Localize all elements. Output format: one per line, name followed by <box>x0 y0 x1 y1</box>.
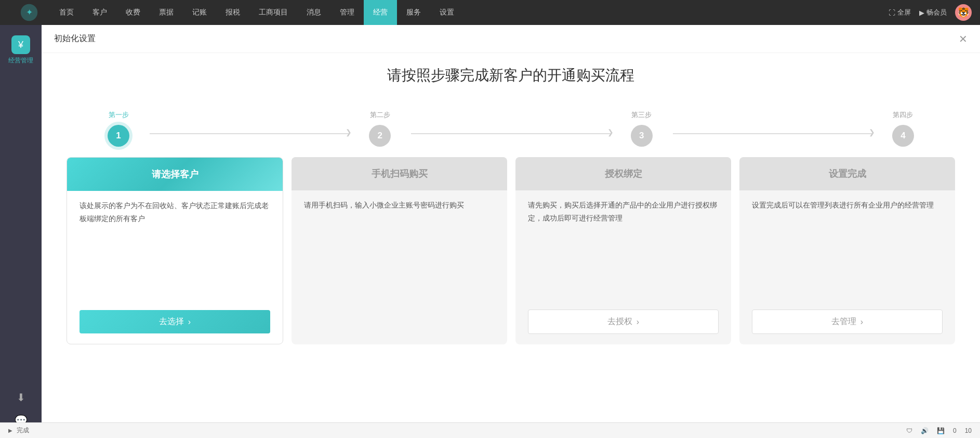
step-circle-3: 3 <box>631 125 653 147</box>
main-title: 请按照步骤完成新客户的开通购买流程 <box>67 66 955 85</box>
nav-item-service[interactable]: 服务 <box>397 0 430 25</box>
card-footer-3: 去授权 › <box>515 310 731 334</box>
step-card-1: 请选择客户 该处展示的客户为不在回收站、客户状态正常建账后完成老板端绑定的所有客… <box>67 157 283 344</box>
security-icon: 🛡 <box>906 427 912 434</box>
app-logo: ✦ <box>8 3 50 22</box>
user-avatar[interactable]: 🐯 <box>955 4 972 21</box>
card-header-4: 设置完成 <box>739 157 955 190</box>
top-navigation: ✦ 首页 客户 收费 票据 记账 报税 工商项目 消息 管理 经营 服务 设置 … <box>0 0 980 25</box>
step-label-2: 第二步 <box>370 110 390 120</box>
nav-item-operation[interactable]: 经营 <box>364 0 397 25</box>
arrow-icon-1: › <box>188 317 191 327</box>
page-content: 请按照步骤完成新客户的开通购买流程 第一步 1 第二步 2 <box>42 53 980 357</box>
status-bar-left: ▶ 完成 <box>8 426 29 435</box>
member-button[interactable]: ▶ 畅会员 <box>919 8 947 17</box>
nav-items: 首页 客户 收费 票据 记账 报税 工商项目 消息 管理 经营 服务 设置 <box>50 0 889 25</box>
sidebar-item-operation[interactable]: ¥ 经营管理 <box>0 29 42 71</box>
nav-item-home[interactable]: 首页 <box>50 0 83 25</box>
content-header: 初始化设置 ✕ <box>42 25 980 53</box>
sidebar: ¥ 经营管理 ⬇ 💬 <box>0 25 42 438</box>
fullscreen-button[interactable]: ⛶ 全屏 <box>889 8 911 17</box>
card-header-1: 请选择客户 <box>67 158 283 191</box>
content-area: 初始化设置 ✕ 请按照步骤完成新客户的开通购买流程 第一步 1 第二步 <box>42 25 980 438</box>
step-indicator-2: 第二步 2 <box>349 110 411 147</box>
operation-icon: ¥ <box>11 35 30 54</box>
card-body-4: 设置完成后可以在管理列表进行所有企业用户的经营管理 <box>739 199 955 310</box>
status-play-icon: ▶ <box>8 428 12 433</box>
step-circle-1: 1 <box>108 125 129 147</box>
step-indicator-4: 第四步 4 <box>872 110 934 147</box>
card-body-2: 请用手机扫码，输入小微企业主账号密码进行购买 <box>292 199 507 334</box>
status-text: 完成 <box>17 426 29 435</box>
step-circle-4: 4 <box>892 125 914 147</box>
nav-item-bill[interactable]: 票据 <box>150 0 183 25</box>
step-connector-3 <box>673 133 872 134</box>
nav-item-fee[interactable]: 收费 <box>116 0 150 25</box>
nav-item-tax[interactable]: 报税 <box>216 0 249 25</box>
download-icon[interactable]: ⬇ <box>11 388 30 407</box>
main-layout: ¥ 经营管理 ⬇ 💬 初始化设置 ✕ 请按照步骤完成新客户的开通购买流程 第一步… <box>0 25 980 438</box>
step-cards: 请选择客户 该处展示的客户为不在回收站、客户状态正常建账后完成老板端绑定的所有客… <box>67 157 955 344</box>
nav-right-actions: ⛶ 全屏 ▶ 畅会员 🐯 <box>889 4 972 21</box>
page-title: 初始化设置 <box>54 33 96 44</box>
play-icon: ▶ <box>919 9 924 17</box>
step-connector-1 <box>150 133 349 134</box>
steps-visual: 第一步 1 第二步 2 第三步 3 <box>67 110 955 147</box>
save-icon: 💾 <box>937 427 945 434</box>
nav-item-manage[interactable]: 管理 <box>330 0 364 25</box>
nav-item-business[interactable]: 工商项目 <box>249 0 297 25</box>
step-connector-2 <box>411 133 610 134</box>
nav-item-customer[interactable]: 客户 <box>83 0 116 25</box>
nav-item-message[interactable]: 消息 <box>297 0 330 25</box>
step3-action-button[interactable]: 去授权 › <box>528 310 719 334</box>
card-body-3: 请先购买，购买后选择开通的产品中的企业用户进行授权绑定，成功后即可进行经营管理 <box>515 199 731 310</box>
status-bar-right: 🛡 🔊 💾 0 10 <box>906 427 972 434</box>
step-label-3: 第三步 <box>631 110 652 120</box>
step-label-4: 第四步 <box>893 110 913 120</box>
step-indicator-1: 第一步 1 <box>87 110 150 147</box>
card-header-3: 授权绑定 <box>515 157 731 190</box>
page-number: 10 <box>965 427 972 434</box>
nav-item-settings[interactable]: 设置 <box>430 0 463 25</box>
step-card-2: 手机扫码购买 请用手机扫码，输入小微企业主账号密码进行购买 <box>292 157 507 344</box>
status-bar: ▶ 完成 🛡 🔊 💾 0 10 <box>0 422 980 438</box>
notification-count: 0 <box>953 427 957 434</box>
volume-icon: 🔊 <box>921 427 929 434</box>
card-header-2: 手机扫码购买 <box>292 157 507 190</box>
arrow-icon-3: › <box>637 317 639 327</box>
nav-item-account[interactable]: 记账 <box>183 0 216 25</box>
step-card-4: 设置完成 设置完成后可以在管理列表进行所有企业用户的经营管理 去管理 › <box>739 157 955 344</box>
step-card-3: 授权绑定 请先购买，购买后选择开通的产品中的企业用户进行授权绑定，成功后即可进行… <box>515 157 731 344</box>
arrow-icon-4: › <box>860 317 863 327</box>
card-body-1: 该处展示的客户为不在回收站、客户状态正常建账后完成老板端绑定的所有客户 <box>67 199 283 310</box>
step-circle-2: 2 <box>369 125 391 147</box>
card-footer-1: 去选择 › <box>67 310 283 333</box>
fullscreen-icon: ⛶ <box>889 9 895 17</box>
step4-action-button[interactable]: 去管理 › <box>752 310 943 334</box>
svg-text:✦: ✦ <box>26 7 33 17</box>
close-button[interactable]: ✕ <box>959 34 968 44</box>
card-footer-4: 去管理 › <box>739 310 955 334</box>
step1-action-button[interactable]: 去选择 › <box>80 310 270 333</box>
step-indicator-3: 第三步 3 <box>611 110 673 147</box>
step-label-1: 第一步 <box>109 110 129 120</box>
